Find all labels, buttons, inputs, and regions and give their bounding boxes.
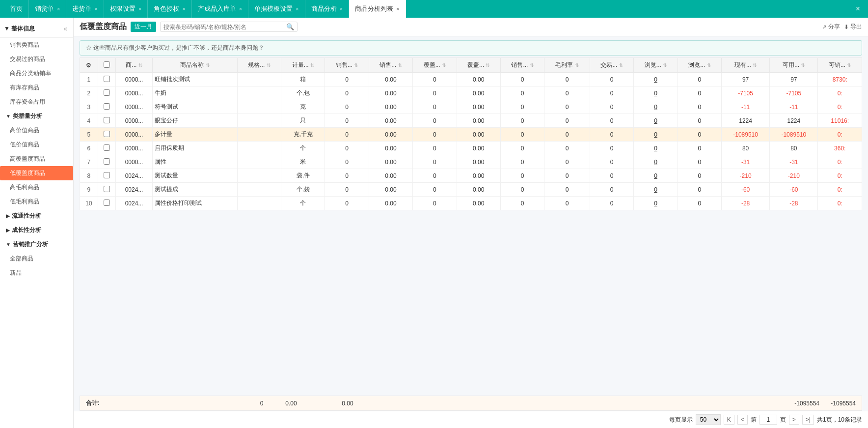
th-coverage1[interactable]: 覆盖... ⇅: [413, 58, 457, 73]
cell-browse1[interactable]: 0: [634, 183, 678, 197]
th-available[interactable]: 可用... ⇅: [770, 58, 818, 73]
cell-coverage2: 0.00: [457, 128, 500, 142]
sidebar-item-high-coverage[interactable]: 高覆盖度商品: [0, 152, 73, 166]
cell-checkbox[interactable]: [98, 114, 115, 128]
row-checkbox[interactable]: [104, 76, 110, 82]
nav-tab-template[interactable]: 单据模板设置 ×: [248, 0, 305, 18]
nav-tab-sales[interactable]: 销货单 ×: [29, 0, 66, 18]
sidebar-section-liquidity[interactable]: ▶ 流通性分析: [0, 209, 73, 223]
cell-checkbox[interactable]: [98, 155, 115, 169]
sidebar-item-all-goods[interactable]: 全部商品: [0, 252, 73, 266]
close-icon[interactable]: ×: [94, 6, 97, 12]
row-checkbox[interactable]: [104, 172, 110, 178]
select-all-checkbox[interactable]: [104, 61, 110, 68]
cell-checkbox[interactable]: [98, 169, 115, 183]
th-name[interactable]: 商品名称 ⇅: [153, 58, 238, 73]
sidebar-section-growth[interactable]: ▶ 成长性分析: [0, 223, 73, 237]
th-current-stock[interactable]: 现有... ⇅: [722, 58, 770, 73]
nav-tab-permissions[interactable]: 权限设置 ×: [104, 0, 148, 18]
cell-browse1[interactable]: 0: [634, 114, 678, 128]
th-gross-margin[interactable]: 毛利率 ⇅: [544, 58, 590, 73]
th-coverage2[interactable]: 覆盖... ⇅: [457, 58, 500, 73]
th-checkbox[interactable]: [98, 58, 115, 73]
table-row: 4 0000... 眼宝公仔 只 0 0.00 0 0.00 0 0 0 0 0…: [80, 114, 862, 128]
cell-browse1[interactable]: 0: [634, 100, 678, 114]
close-icon[interactable]: ×: [239, 6, 242, 12]
sidebar-item-sales-goods[interactable]: 销售类商品: [0, 38, 73, 52]
close-icon[interactable]: ×: [138, 6, 141, 12]
sidebar-section-marketing[interactable]: ▼ 营销推广分析: [0, 237, 73, 252]
cell-unit: 袋,件: [281, 169, 325, 183]
cell-browse1[interactable]: 0: [634, 197, 678, 210]
sidebar-item-capital-occupation[interactable]: 库存资金占用: [0, 95, 73, 109]
th-unit[interactable]: 计量... ⇅: [281, 58, 325, 73]
th-code[interactable]: 商... ⇅: [115, 58, 152, 73]
th-spec[interactable]: 规格... ⇅: [237, 58, 281, 73]
row-checkbox[interactable]: [104, 89, 110, 96]
th-browse2[interactable]: 浏览... ⇅: [678, 58, 721, 73]
nav-tab-warehouse[interactable]: 产成品入库单 ×: [192, 0, 248, 18]
th-sales-amt[interactable]: 销售... ⇅: [369, 58, 412, 73]
cell-checkbox[interactable]: [98, 197, 115, 210]
page-number-input[interactable]: 1: [760, 415, 777, 425]
per-page-select[interactable]: 50 100 200: [696, 414, 721, 425]
cell-browse1[interactable]: 0: [634, 73, 678, 86]
nav-tab-home[interactable]: 首页: [4, 0, 29, 18]
sidebar-item-high-gross[interactable]: 高毛利商品: [0, 180, 73, 195]
close-icon[interactable]: ×: [57, 6, 60, 12]
row-checkbox[interactable]: [104, 158, 110, 165]
last-page-button[interactable]: >|: [802, 415, 814, 425]
th-settings[interactable]: ⚙: [80, 58, 98, 73]
row-checkbox[interactable]: [104, 144, 110, 151]
cell-browse1[interactable]: 0: [634, 155, 678, 169]
cell-browse1[interactable]: 0: [634, 128, 678, 142]
close-icon[interactable]: ×: [340, 6, 343, 12]
close-icon[interactable]: ×: [396, 6, 399, 12]
nav-tab-analysis[interactable]: 商品分析 ×: [305, 0, 349, 18]
share-button[interactable]: ↗ 分享: [822, 23, 840, 31]
cell-browse1[interactable]: 0: [634, 142, 678, 155]
period-button[interactable]: 近一月: [131, 22, 156, 32]
row-checkbox[interactable]: [104, 131, 110, 137]
sidebar-item-high-value[interactable]: 高价值商品: [0, 123, 73, 138]
sidebar-item-low-gross[interactable]: 低毛利商品: [0, 195, 73, 209]
data-table-container[interactable]: ⚙ 商... ⇅ 商品名称 ⇅ 规格... ⇅ 计量... ⇅ 销售... ⇅ …: [80, 57, 862, 396]
th-sales3[interactable]: 销售... ⇅: [500, 58, 544, 73]
cell-checkbox[interactable]: [98, 86, 115, 100]
row-checkbox[interactable]: [104, 103, 110, 110]
nav-tab-analysis-list[interactable]: 商品分析列表 ×: [349, 0, 406, 18]
cell-checkbox[interactable]: [98, 128, 115, 142]
cell-browse1[interactable]: 0: [634, 169, 678, 183]
sidebar-item-stocked-goods[interactable]: 有库存商品: [0, 81, 73, 95]
cell-coverage1: 0: [413, 197, 457, 210]
cell-checkbox[interactable]: [98, 183, 115, 197]
close-all-button[interactable]: ×: [852, 4, 864, 13]
sidebar-item-low-coverage[interactable]: 低覆盖度商品: [0, 166, 73, 180]
prev-page-button[interactable]: <: [737, 415, 748, 425]
th-sales-qty[interactable]: 销售... ⇅: [325, 58, 369, 73]
th-transaction[interactable]: 交易... ⇅: [590, 58, 633, 73]
row-checkbox[interactable]: [104, 186, 110, 192]
cell-checkbox[interactable]: [98, 142, 115, 155]
sidebar-item-low-value[interactable]: 低价值商品: [0, 138, 73, 152]
sidebar-item-category-turnover[interactable]: 商品分类动销率: [0, 66, 73, 81]
sidebar-item-new-goods[interactable]: 新品: [0, 266, 73, 280]
sidebar-item-traded-goods[interactable]: 交易过的商品: [0, 52, 73, 66]
first-page-button[interactable]: K: [724, 415, 734, 425]
next-page-button[interactable]: >: [789, 415, 799, 425]
th-sellable[interactable]: 可销... ⇅: [818, 58, 862, 73]
th-browse1[interactable]: 浏览... ⇅: [634, 58, 678, 73]
close-icon[interactable]: ×: [296, 6, 298, 12]
close-icon[interactable]: ×: [182, 6, 185, 12]
nav-tab-purchase[interactable]: 进货单 ×: [66, 0, 104, 18]
row-checkbox[interactable]: [104, 117, 110, 123]
sidebar-collapse-button[interactable]: «: [61, 23, 69, 34]
export-button[interactable]: ⬇ 导出: [844, 23, 862, 31]
nav-tab-roles[interactable]: 角色授权 ×: [148, 0, 191, 18]
cell-checkbox[interactable]: [98, 100, 115, 114]
cell-checkbox[interactable]: [98, 73, 115, 86]
row-checkbox[interactable]: [104, 200, 110, 206]
sidebar-section-cluster[interactable]: ▼ 类群量分析: [0, 109, 73, 123]
search-input[interactable]: [163, 24, 286, 30]
cell-browse1[interactable]: 0: [634, 86, 678, 100]
